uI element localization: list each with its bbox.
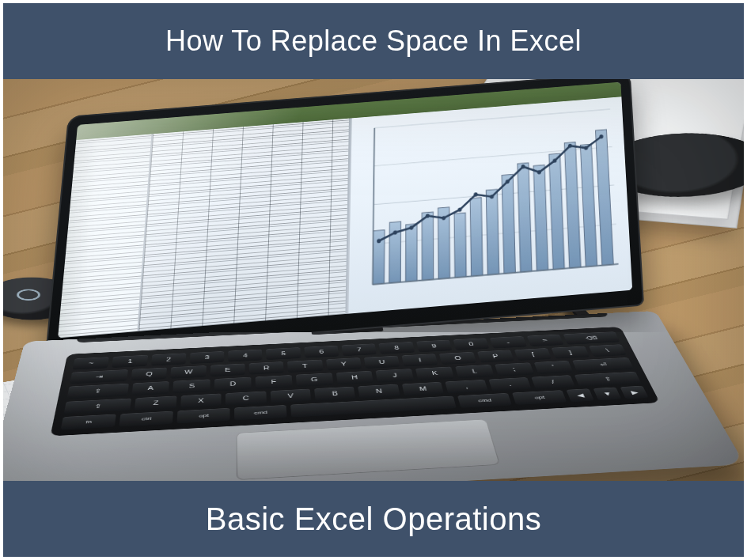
key: T <box>287 360 323 373</box>
key: ▶ <box>620 386 649 399</box>
key: 8 <box>379 342 415 354</box>
svg-rect-13 <box>502 174 515 273</box>
svg-rect-15 <box>533 165 548 271</box>
key: ▼ <box>593 387 622 400</box>
key: V <box>270 388 311 403</box>
key: F <box>256 375 293 388</box>
key: K <box>415 367 454 380</box>
category-label: Basic Excel Operations <box>206 501 542 537</box>
svg-rect-6 <box>389 221 401 283</box>
svg-rect-12 <box>486 189 499 274</box>
key: I <box>402 354 438 366</box>
key: B <box>314 386 355 400</box>
key: ctrl <box>119 411 173 426</box>
header-band: How To Replace Space In Excel <box>3 3 744 79</box>
svg-point-24 <box>442 216 446 221</box>
svg-point-20 <box>377 239 381 244</box>
key: 7 <box>342 343 377 356</box>
key: opt <box>512 390 567 405</box>
svg-line-0 <box>374 109 610 128</box>
svg-rect-18 <box>580 144 597 267</box>
svg-point-25 <box>458 207 462 212</box>
trackpad <box>236 419 500 480</box>
screen-bezel <box>45 79 644 356</box>
tutorial-card: How To Replace Space In Excel <box>0 0 747 560</box>
key: Z <box>135 395 176 410</box>
key: X <box>180 393 222 407</box>
key: ⌫ <box>563 331 620 345</box>
key: 1 <box>112 355 148 368</box>
footer-band: Basic Excel Operations <box>3 481 744 557</box>
key: R <box>249 361 284 375</box>
key: U <box>364 356 400 369</box>
key: = <box>526 335 563 347</box>
key: / <box>531 375 574 389</box>
key: cmd <box>457 393 512 408</box>
svg-point-31 <box>552 158 556 162</box>
key: [ <box>514 348 552 361</box>
key: ~ <box>73 357 109 369</box>
key: opt <box>177 408 230 424</box>
key: P <box>477 350 514 363</box>
key: ' <box>533 361 573 374</box>
key: 5 <box>266 347 301 360</box>
excel-workspace <box>58 96 632 338</box>
svg-point-34 <box>599 134 603 138</box>
key: 0 <box>453 338 490 350</box>
key: J <box>376 369 414 382</box>
svg-point-30 <box>537 170 541 174</box>
key: C <box>226 391 266 405</box>
key: ⇪ <box>66 384 128 399</box>
key: 4 <box>229 350 263 362</box>
key: N <box>358 384 400 398</box>
key: S <box>173 380 210 394</box>
key: , <box>446 380 488 394</box>
svg-rect-9 <box>438 207 450 279</box>
key: 9 <box>416 340 453 353</box>
svg-line-2 <box>374 185 614 205</box>
key: ⇥ <box>70 369 128 384</box>
key: Q <box>131 368 168 381</box>
svg-line-1 <box>374 146 612 165</box>
screen-glare <box>58 82 632 339</box>
key: ◀ <box>567 388 594 402</box>
key: - <box>490 336 527 349</box>
key: H <box>336 371 374 384</box>
key: Y <box>326 358 362 371</box>
spreadsheet-pane-main <box>139 119 351 331</box>
svg-rect-14 <box>518 163 532 272</box>
key: D <box>214 377 252 391</box>
svg-rect-7 <box>406 224 418 282</box>
svg-rect-8 <box>422 212 434 281</box>
bar-line-chart <box>364 103 624 301</box>
svg-rect-17 <box>564 142 581 268</box>
key: E <box>210 364 245 377</box>
svg-rect-5 <box>373 230 385 285</box>
key: \ <box>589 344 628 357</box>
key: 3 <box>190 351 225 364</box>
key: fn <box>61 414 116 429</box>
svg-line-3 <box>374 224 616 244</box>
svg-point-33 <box>584 146 588 149</box>
key: ] <box>552 346 590 359</box>
key: 6 <box>304 346 339 358</box>
key: cmd <box>234 405 287 421</box>
svg-point-21 <box>393 230 397 235</box>
svg-line-36 <box>373 264 618 285</box>
svg-point-23 <box>426 214 430 218</box>
laptop-base: ~1234567890-=⌫⇥QWERTYUIOP[]\⇪ASDFGHJKL;'… <box>3 311 744 481</box>
svg-line-35 <box>373 128 374 285</box>
laptop-lid <box>45 79 644 356</box>
key: M <box>402 382 445 396</box>
key: 2 <box>151 353 187 365</box>
key: O <box>439 352 476 365</box>
laptop-screen <box>58 82 632 339</box>
key: A <box>131 381 169 395</box>
key: W <box>171 365 207 379</box>
spreadsheet-pane-left <box>58 134 154 338</box>
key: ; <box>495 363 534 376</box>
key: L <box>455 365 494 378</box>
svg-rect-11 <box>470 198 483 277</box>
laptop: ~1234567890-=⌫⇥QWERTYUIOP[]\⇪ASDFGHJKL;'… <box>46 79 647 481</box>
page-title: How To Replace Space In Excel <box>165 25 582 58</box>
